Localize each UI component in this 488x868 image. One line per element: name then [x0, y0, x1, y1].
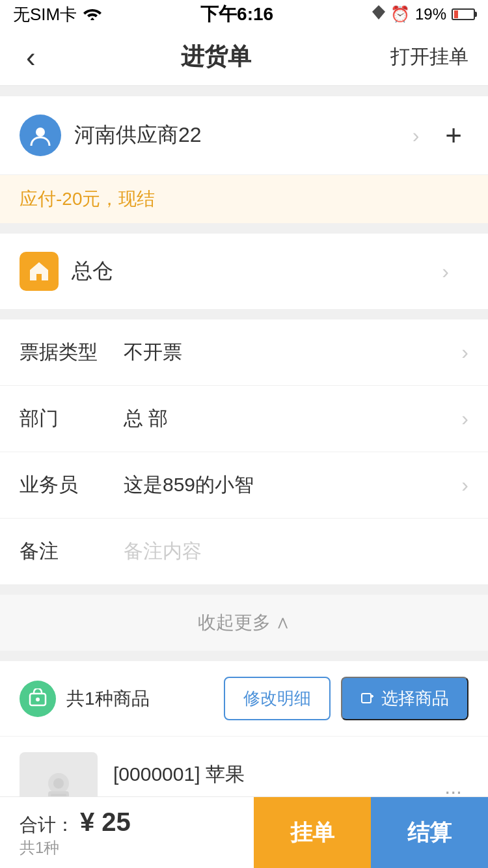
battery-tip: [475, 12, 477, 17]
chevron-right-icon: ›: [461, 473, 468, 497]
ticket-type-value: 不开票: [124, 339, 461, 366]
total-amount: ¥ 25: [80, 807, 131, 836]
wifi-icon: [83, 5, 102, 25]
remark-placeholder: 备注内容: [124, 538, 468, 565]
warehouse-section: 总仓 ›: [0, 234, 488, 309]
supplier-notice: 应付-20元，现结: [0, 175, 488, 223]
form-section: 票据类型 不开票 › 部门 总 部 › 业务员 这是859的小智 › 备注 备注…: [0, 319, 488, 584]
svg-point-5: [36, 698, 40, 701]
select-product-button[interactable]: 选择商品: [341, 677, 468, 720]
warehouse-icon: [20, 252, 59, 291]
svg-point-8: [53, 778, 64, 789]
back-button[interactable]: ‹: [20, 34, 42, 80]
carrier-label: 无SIM卡: [13, 3, 77, 26]
total-count: 共1种: [20, 837, 234, 858]
total-label: 合计：: [20, 815, 74, 835]
salesman-row[interactable]: 业务员 这是859的小智 ›: [0, 452, 488, 519]
chevron-right-icon: ›: [413, 124, 420, 148]
checkout-button[interactable]: 结算: [371, 797, 488, 868]
product-name: [0000001] 苹果: [113, 761, 438, 788]
remark-label: 备注: [20, 538, 124, 565]
salesman-label: 业务员: [20, 472, 124, 498]
svg-rect-6: [362, 694, 371, 703]
salesman-value: 这是859的小智: [124, 472, 461, 498]
products-count: 共1种商品: [66, 686, 224, 711]
hang-button[interactable]: 挂单: [254, 797, 371, 868]
supplier-name: 河南供应商22: [74, 121, 413, 150]
supplier-section: 河南供应商22 › + 应付-20元，现结: [0, 96, 488, 223]
bottom-bar: 合计： ¥ 25 共1种 挂单 结算: [0, 796, 488, 868]
status-bar: 无SIM卡 下午6:16 ⏰ 19%: [0, 0, 488, 29]
collapse-button[interactable]: 收起更多 ∧: [0, 595, 488, 651]
battery-percent: 19%: [415, 5, 446, 23]
ticket-type-row[interactable]: 票据类型 不开票 ›: [0, 319, 488, 386]
product-id: [0000001]: [113, 763, 206, 785]
total-area: 合计： ¥ 25 共1种: [0, 797, 254, 868]
open-hang-button[interactable]: 打开挂单: [390, 44, 468, 70]
department-value: 总 部: [124, 405, 461, 432]
select-product-label: 选择商品: [381, 687, 449, 710]
warehouse-name: 总仓: [72, 257, 442, 286]
chevron-right-icon: ›: [461, 340, 468, 364]
products-header: 共1种商品 修改明细 选择商品: [0, 661, 488, 737]
page-title: 进货单: [181, 41, 251, 73]
alarm-icon: ⏰: [390, 5, 410, 23]
department-row[interactable]: 部门 总 部 ›: [0, 386, 488, 452]
avatar: [20, 115, 61, 156]
battery-fill: [454, 10, 458, 18]
remark-row[interactable]: 备注 备注内容: [0, 519, 488, 584]
ticket-type-label: 票据类型: [20, 339, 124, 366]
supplier-row[interactable]: 河南供应商22 › +: [0, 96, 488, 175]
svg-point-0: [36, 128, 45, 137]
content: 河南供应商22 › + 应付-20元，现结 总仓 › 票据类型 不开票 ›: [0, 96, 488, 868]
battery-icon: [452, 8, 475, 20]
products-icon: [20, 681, 56, 717]
warehouse-row[interactable]: 总仓 ›: [0, 234, 488, 309]
chevron-right-icon: ›: [461, 407, 468, 431]
nav-bar: ‹ 进货单 打开挂单: [0, 29, 488, 86]
status-time: 下午6:16: [200, 2, 273, 27]
edit-detail-button[interactable]: 修改明细: [224, 677, 331, 720]
status-right: ⏰ 19%: [372, 5, 475, 23]
chevron-right-icon: ›: [442, 260, 449, 284]
product-title: 苹果: [206, 763, 245, 785]
total-row: 合计： ¥ 25: [20, 807, 234, 837]
location-icon: [372, 5, 385, 23]
add-supplier-button[interactable]: +: [439, 119, 468, 152]
svg-rect-3: [36, 274, 42, 280]
department-label: 部门: [20, 405, 124, 432]
svg-marker-2: [30, 262, 48, 270]
status-left: 无SIM卡: [13, 3, 102, 26]
